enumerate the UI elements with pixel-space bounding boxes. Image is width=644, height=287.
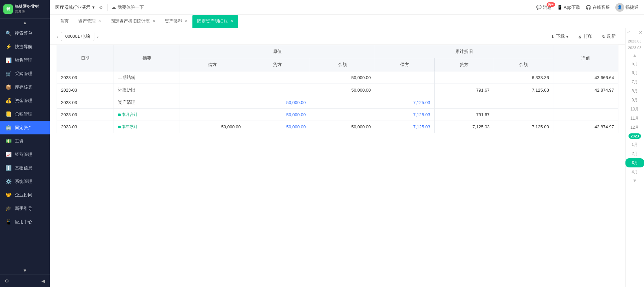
cell-accum-balance bbox=[494, 96, 553, 109]
cell-accum-balance: 7,125.03 bbox=[494, 84, 553, 96]
timeline-month-5[interactable]: 5月 bbox=[625, 59, 644, 68]
sidebar-scroll-down[interactable]: ▼ bbox=[0, 266, 50, 275]
sidebar-item-system[interactable]: ⚙️ 系统管理 bbox=[0, 175, 50, 188]
app-download-button[interactable]: 📱 App下载 bbox=[557, 4, 580, 10]
company-selector[interactable]: 医疗器械行业演示 ▾ bbox=[55, 4, 95, 10]
timeline-down-button[interactable]: ▼ bbox=[633, 177, 637, 185]
next-asset-button[interactable]: › bbox=[97, 34, 99, 39]
timeline-top-label2: 2023.03 bbox=[628, 44, 642, 51]
sidebar-item-search[interactable]: 🔍 搜索菜单 bbox=[0, 27, 50, 40]
sidebar-item-salary[interactable]: 💵 工资 bbox=[0, 134, 50, 148]
logo-name: 畅捷通好业财 bbox=[15, 4, 39, 9]
inventory-icon: 📦 bbox=[5, 84, 11, 90]
cell-date: 2023-03 bbox=[57, 121, 114, 133]
cell-accum-balance: 6,333.36 bbox=[494, 71, 553, 84]
tab-asset-type[interactable]: 资产类型 ✕ bbox=[160, 15, 192, 28]
cell-accum-credit: 791.67 bbox=[434, 109, 494, 121]
cell-accum-credit: 7,125.03 bbox=[434, 121, 494, 133]
cell-date: 2023-03 bbox=[57, 109, 114, 121]
timeline-month-1[interactable]: 1月 bbox=[625, 140, 644, 149]
sidebar-settings-button[interactable]: ⚙ bbox=[5, 278, 9, 284]
col-accum-credit: 贷方 bbox=[434, 58, 494, 71]
search-icon: 🔍 bbox=[5, 30, 11, 36]
sidebar-item-label: 搜索菜单 bbox=[15, 30, 32, 36]
sidebar-item-enterprise[interactable]: 🤝 企业协同 bbox=[0, 188, 50, 202]
sidebar-item-basic-info[interactable]: ℹ️ 基础信息 bbox=[0, 161, 50, 175]
sidebar-bottom: ⚙ ◀ bbox=[0, 275, 50, 287]
timeline-month-8[interactable]: 8月 bbox=[625, 87, 644, 96]
tab-asset-type-close[interactable]: ✕ bbox=[185, 19, 188, 23]
refresh-button[interactable]: ↻ 刷新 bbox=[599, 32, 618, 41]
sidebar-item-label: 工资 bbox=[15, 138, 24, 144]
print-button[interactable]: 🖨 打印 bbox=[575, 32, 595, 41]
cell-date: 2023-03 bbox=[57, 96, 114, 109]
current-asset-tag: 000001 电脑 bbox=[61, 32, 94, 41]
user-menu[interactable]: 👤 畅捷通 bbox=[615, 3, 639, 12]
tab-home-label: 首页 bbox=[60, 18, 69, 24]
timeline-month-6[interactable]: 6月 bbox=[625, 68, 644, 77]
timeline-month-7[interactable]: 7月 bbox=[625, 77, 644, 87]
logo-sub: 普及版 bbox=[15, 9, 39, 14]
service-icon: 🎧 bbox=[586, 5, 591, 10]
sidebar-item-guide[interactable]: 🎓 新手引导 bbox=[0, 202, 50, 215]
prev-asset-button[interactable]: ‹ bbox=[57, 34, 58, 39]
col-accum-depreciation: 累计折旧 bbox=[375, 45, 553, 58]
main-area: 医疗器械行业演示 ▾ ⚙ ☁ 我要体验一下 💬 消息 99+ 📱 App下载 🎧… bbox=[50, 0, 644, 287]
message-button[interactable]: 💬 消息 99+ bbox=[536, 4, 552, 10]
sidebar-item-label: 总账管理 bbox=[15, 111, 32, 117]
sidebar-item-operations[interactable]: 📈 经营管理 bbox=[0, 148, 50, 161]
experience-button[interactable]: ☁ 我要体验一下 bbox=[112, 4, 144, 10]
sidebar-item-funds[interactable]: 💰 资金管理 bbox=[0, 94, 50, 107]
sidebar-item-inventory[interactable]: 📦 库存核算 bbox=[0, 81, 50, 94]
timeline-month-11[interactable]: 11月 bbox=[625, 114, 644, 123]
current-asset-label: 000001 电脑 bbox=[65, 33, 90, 39]
timeline-up-button[interactable]: ▲ bbox=[633, 51, 637, 59]
logo-icon: 畅 bbox=[3, 4, 13, 14]
purchase-icon: 🛒 bbox=[5, 71, 11, 77]
print-icon: 🖨 bbox=[578, 34, 582, 39]
customer-service-label: 在线客服 bbox=[592, 4, 610, 10]
tab-asset-mgmt-close[interactable]: ✕ bbox=[98, 19, 101, 23]
sidebar-item-fixed-assets[interactable]: 🏢 固定资产 bbox=[0, 121, 50, 134]
cell-date: 2023-03 bbox=[57, 84, 114, 96]
timeline-month-3[interactable]: 3月 bbox=[625, 158, 644, 167]
tab-asset-detail[interactable]: 固定资产明细账 ✕ bbox=[192, 15, 238, 28]
table-row: 2023-03 本月合计 50,000.00 7,125.03 791.67 bbox=[57, 109, 618, 121]
tab-depreciation-close[interactable]: ✕ bbox=[152, 19, 155, 23]
sidebar-item-quick-nav[interactable]: ⚡ 快捷导航 bbox=[0, 40, 50, 54]
sidebar-item-purchase[interactable]: 🛒 采购管理 bbox=[0, 67, 50, 81]
settings-button[interactable]: ⚙ bbox=[99, 5, 103, 10]
sidebar-item-label: 销售管理 bbox=[15, 57, 32, 63]
sidebar-item-app-center[interactable]: 📱 应用中心 bbox=[0, 215, 50, 229]
tab-asset-detail-close[interactable]: ✕ bbox=[230, 19, 233, 23]
sidebar-scroll-up[interactable]: ▲ bbox=[0, 19, 50, 27]
timeline-panel: ✕ ⤢ 2023.03 2023.03 ▲ 5月 6月 7月 8月 9月 10月… bbox=[625, 28, 644, 287]
timeline-month-9[interactable]: 9月 bbox=[625, 96, 644, 105]
sidebar-item-sales[interactable]: 📊 销售管理 bbox=[0, 54, 50, 67]
tab-depreciation-stats[interactable]: 固定资产折旧统计表 ✕ bbox=[106, 15, 160, 28]
timeline-close-button[interactable]: ✕ bbox=[639, 30, 643, 35]
cell-orig-balance bbox=[310, 96, 375, 109]
sidebar-item-ledger[interactable]: 📒 总账管理 bbox=[0, 107, 50, 121]
timeline-month-2[interactable]: 2月 bbox=[625, 149, 644, 158]
cell-summary: 计提折旧 bbox=[114, 84, 180, 96]
download-button[interactable]: ⬇ 下载 ▾ bbox=[548, 32, 571, 41]
sidebar-item-label: 经营管理 bbox=[15, 152, 32, 158]
timeline-expand-button[interactable]: ⤢ bbox=[627, 30, 630, 34]
sidebar-collapse-button[interactable]: ◀ bbox=[41, 278, 45, 284]
cell-accum-balance bbox=[494, 109, 553, 121]
enterprise-icon: 🤝 bbox=[5, 192, 11, 198]
timeline-month-12[interactable]: 12月 bbox=[625, 123, 644, 132]
sidebar-item-label: 快捷导航 bbox=[15, 44, 32, 50]
tab-home[interactable]: 首页 bbox=[55, 15, 73, 28]
tab-depreciation-label: 固定资产折旧统计表 bbox=[111, 18, 150, 24]
cell-orig-credit: 50,000.00 bbox=[245, 96, 310, 109]
tab-asset-mgmt[interactable]: 资产管理 ✕ bbox=[73, 15, 106, 28]
timeline-month-4[interactable]: 4月 bbox=[625, 167, 644, 177]
customer-service-button[interactable]: 🎧 在线客服 bbox=[586, 4, 610, 10]
cell-summary: 本年累计 bbox=[114, 121, 180, 133]
col-net-value: 净值 bbox=[553, 45, 618, 71]
cell-summary: 上期结转 bbox=[114, 71, 180, 84]
cell-net-value bbox=[553, 109, 618, 121]
timeline-month-10[interactable]: 10月 bbox=[625, 105, 644, 114]
